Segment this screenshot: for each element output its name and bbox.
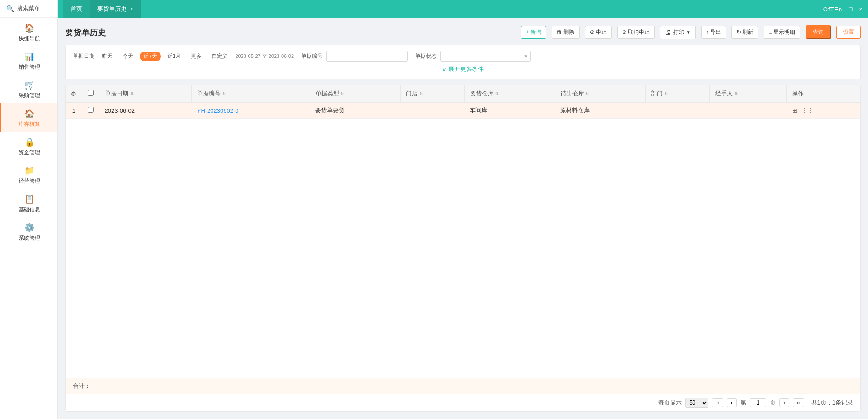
table-section: ⚙ 单据日期 ⇅ 单据编号 ⇅ — [65, 85, 861, 412]
topbar: 首页 要货单历史 × OfTEn □ × — [58, 0, 868, 18]
pendingwarehouse-col-header[interactable]: 待出仓库 ⇅ — [555, 85, 646, 103]
row-doctype: 要货单要货 — [310, 103, 401, 119]
row-date: 2023-06-02 — [99, 103, 192, 119]
doctype-col-header[interactable]: 单据类型 ⇅ — [310, 85, 401, 103]
date-last-month-btn[interactable]: 近1月 — [164, 52, 185, 61]
delete-button[interactable]: 🗑 删除 — [552, 26, 579, 39]
sidebar-item-label: 资金管理 — [19, 149, 40, 157]
status-label: 单据状态 — [415, 52, 437, 60]
first-page-button[interactable]: « — [712, 398, 723, 407]
folder-icon: 📁 — [24, 166, 34, 176]
date-last7-btn[interactable]: 近7天 — [140, 52, 161, 61]
tab-requisition-history[interactable]: 要货单历史 × — [90, 0, 141, 18]
expand-label: 展开更多条件 — [448, 65, 484, 73]
view-action-icon[interactable]: ⊞ — [792, 107, 797, 114]
handler-col-header[interactable]: 经手人 ⇅ — [709, 85, 787, 103]
page-end-label: 页 — [770, 399, 776, 407]
doctype-col-label: 单据类型 — [316, 90, 339, 97]
row-docno-link[interactable]: YH-20230602-0 — [197, 107, 239, 114]
settings-button[interactable]: 设置 — [836, 26, 861, 39]
restore-button[interactable]: □ — [849, 5, 852, 13]
settings-col-header[interactable]: ⚙ — [66, 85, 82, 103]
inventory-icon: 🏠 — [24, 109, 34, 119]
checkbox-col-header — [82, 85, 99, 103]
sidebar-item-quick-nav[interactable]: 🏠 快捷导航 — [0, 18, 57, 46]
doc-no-input[interactable] — [326, 51, 408, 62]
page-number-input[interactable] — [750, 398, 766, 407]
docno-col-header[interactable]: 单据编号 ⇅ — [192, 85, 310, 103]
sidebar-item-operation[interactable]: 📁 经营管理 — [0, 160, 57, 189]
clipboard-icon: 📋 — [24, 194, 34, 204]
tab-requisition-label: 要货单历史 — [97, 5, 127, 13]
filter-row: 单据日期 昨天 今天 近7天 近1月 更多 自定义 2023-05-27 至 2… — [73, 51, 853, 62]
sidebar-item-label: 系统管理 — [19, 234, 40, 242]
more-action-icon[interactable]: ⋮⋮ — [801, 107, 814, 114]
sidebar-item-sales[interactable]: 📊 销售管理 — [0, 46, 57, 75]
date-yesterday-btn[interactable]: 昨天 — [98, 52, 116, 61]
page-label: 第 — [741, 399, 746, 407]
total-info: 共1页，1条记录 — [811, 399, 853, 407]
row-index: 1 — [66, 103, 82, 119]
expand-more-button[interactable]: ∨ 展开更多条件 — [442, 65, 484, 73]
new-button[interactable]: + 新增 — [521, 26, 546, 39]
last-page-button[interactable]: » — [793, 398, 804, 407]
topbar-right: OfTEn □ × — [823, 5, 863, 13]
close-button[interactable]: × — [859, 5, 863, 13]
sort-icon: ⇅ — [585, 91, 589, 96]
sidebar-item-inventory[interactable]: 🏠 库存核算 — [0, 103, 57, 132]
reqwarehouse-col-label: 要货仓库 — [470, 90, 494, 97]
sidebar-search[interactable]: 🔍 搜索菜单 — [0, 0, 57, 18]
cancel-stop-button[interactable]: ⊘ 取消中止 — [617, 26, 655, 39]
chevron-down-icon: ▼ — [686, 30, 691, 35]
print-button[interactable]: 🖨 打印 ▼ — [660, 26, 696, 39]
sidebar-item-label: 采购管理 — [19, 92, 40, 100]
chevron-down-icon: ∨ — [442, 66, 447, 73]
pendingwarehouse-col-label: 待出仓库 — [561, 90, 584, 97]
dept-col-header[interactable]: 部门 ⇅ — [646, 85, 709, 103]
sidebar-item-basic[interactable]: 📋 基础信息 — [0, 189, 57, 217]
row-select-checkbox[interactable] — [88, 107, 94, 113]
reqwarehouse-col-header[interactable]: 要货仓库 ⇅ — [464, 85, 555, 103]
totals-label: 合计： — [73, 382, 90, 390]
query-button[interactable]: 查询 — [806, 25, 831, 39]
search-icon: 🔍 — [6, 5, 14, 12]
tab-home[interactable]: 首页 — [63, 0, 90, 18]
sort-icon: ⇅ — [665, 91, 668, 96]
sidebar-item-label: 库存核算 — [19, 120, 40, 128]
row-reqwarehouse: 车间库 — [464, 103, 555, 119]
sidebar-item-purchase[interactable]: 🛒 采购管理 — [0, 75, 57, 103]
sidebar-search-label: 搜索菜单 — [17, 5, 40, 13]
select-all-checkbox[interactable] — [88, 90, 94, 96]
date-filter-buttons: 昨天 今天 近7天 近1月 更多 自定义 — [98, 52, 231, 61]
row-handler — [709, 103, 787, 119]
sidebar: 🔍 搜索菜单 🏠 快捷导航 📊 销售管理 🛒 采购管理 🏠 库存核算 🔒 资金管… — [0, 0, 58, 419]
date-col-label: 单据日期 — [105, 90, 128, 97]
doc-no-label: 单据编号 — [301, 52, 323, 60]
page-header: 要货单历史 + 新增 🗑 删除 ⊘ 中止 ⊘ 取消中止 🖨 打印 ▼ ↑ 导出 … — [65, 25, 861, 39]
date-range-display: 2023-05-27 至 2023-06-02 — [235, 53, 294, 60]
date-today-btn[interactable]: 今天 — [119, 52, 137, 61]
row-store — [401, 103, 464, 119]
status-select[interactable] — [440, 51, 531, 62]
tab-close-button[interactable]: × — [130, 6, 133, 12]
sidebar-item-label: 快捷导航 — [19, 35, 40, 43]
sidebar-item-label: 销售管理 — [19, 63, 40, 71]
next-page-button[interactable]: › — [779, 398, 789, 407]
date-more-btn[interactable]: 更多 — [187, 52, 205, 61]
date-custom-btn[interactable]: 自定义 — [208, 52, 231, 61]
sidebar-item-finance[interactable]: 🔒 资金管理 — [0, 132, 57, 160]
sidebar-item-system[interactable]: ⚙️ 系统管理 — [0, 217, 57, 246]
export-button[interactable]: ↑ 导出 — [701, 26, 726, 39]
show-detail-button[interactable]: □ 显示明细 — [764, 26, 800, 39]
store-col-header[interactable]: 门店 ⇅ — [401, 85, 464, 103]
stop-button[interactable]: ⊘ 中止 — [585, 26, 612, 39]
brand-label: OfTEn — [823, 6, 843, 13]
prev-page-button[interactable]: ‹ — [727, 398, 737, 407]
date-col-header[interactable]: 单据日期 ⇅ — [99, 85, 192, 103]
refresh-button[interactable]: ↻ 刷新 — [731, 26, 758, 39]
tab-home-label: 首页 — [71, 5, 82, 13]
per-page-select[interactable]: 10 20 50 100 — [685, 398, 708, 408]
docno-col-label: 单据编号 — [197, 90, 221, 97]
status-filter-group: 单据状态 ▼ — [415, 51, 531, 62]
sidebar-item-label: 经营管理 — [19, 177, 40, 185]
